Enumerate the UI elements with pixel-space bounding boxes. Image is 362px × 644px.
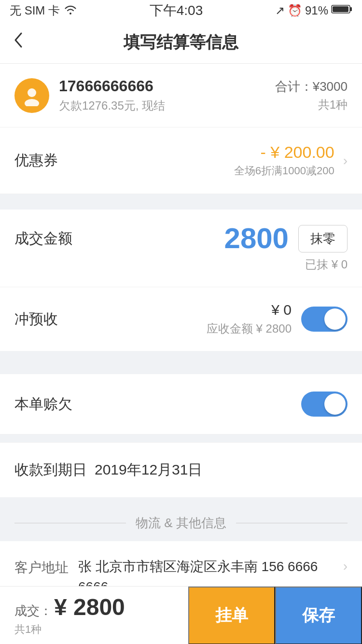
due-date-label: 收款到期日: [14, 460, 87, 480]
amount-row: 成交金额 2800 抹零: [14, 224, 348, 253]
round-button[interactable]: 抹零: [298, 225, 348, 252]
nav-bar: 填写结算等信息: [0, 21, 362, 64]
svg-point-4: [25, 99, 39, 106]
bottom-count: 共1种: [14, 622, 174, 637]
coupon-desc: 全场6折满1000减200: [234, 164, 334, 178]
status-bar-time: 下午4:03: [150, 1, 203, 20]
logistics-line-left: [14, 523, 126, 523]
customer-debt: 欠款1276.35元, 现结: [59, 98, 275, 113]
coupon-info: - ¥ 200.00 全场6折满1000减200: [234, 143, 334, 178]
status-bar: 无 SIM 卡 下午4:03 ↗ ⏰ 91%: [0, 0, 362, 21]
bottom-deal-label: 成交：: [14, 602, 52, 619]
due-date-row: 收款到期日 2019年12月31日: [14, 460, 348, 480]
due-date-value: 2019年12月31日: [95, 460, 202, 480]
avatar: [14, 78, 49, 113]
customer-section: 17666666666 欠款1276.35元, 现结 合计：¥3000 共1种 …: [0, 64, 362, 194]
amount-section: 成交金额 2800 抹零 已抹 ¥ 0 冲预收 ¥ 0 应收金额 ¥ 2800: [0, 210, 362, 351]
debt-toggle-knob: [324, 393, 346, 415]
bottom-bar: 成交： ¥ 2800 共1种 挂单 保存: [0, 586, 362, 644]
address-chevron-icon: ›: [343, 557, 348, 574]
debt-section: 本单赊欠: [0, 374, 362, 434]
pre-amount-sub: 应收金额 ¥ 2800: [207, 321, 292, 336]
wifi-icon: [64, 4, 77, 17]
amount-label: 成交金额: [14, 229, 72, 249]
logistics-text: 物流 & 其他信息: [136, 515, 226, 532]
coupon-discount: - ¥ 200.00: [234, 143, 334, 162]
customer-left: 17666666666 欠款1276.35元, 现结: [59, 77, 275, 113]
sim-status: 无 SIM 卡: [10, 3, 60, 18]
svg-rect-1: [350, 7, 352, 11]
coupon-chevron-icon: ›: [343, 153, 348, 168]
amount-sub: 已抹 ¥ 0: [14, 257, 348, 272]
amount-value: 2800: [224, 224, 289, 253]
status-bar-right: ↗ ⏰ 91%: [275, 4, 352, 17]
hang-button[interactable]: 挂单: [188, 587, 275, 644]
coupon-row[interactable]: 优惠券 - ¥ 200.00 全场6折满1000减200 ›: [0, 127, 362, 194]
debt-toggle[interactable]: [301, 392, 348, 417]
back-button[interactable]: [12, 29, 25, 55]
pre-receive-toggle[interactable]: [301, 307, 348, 332]
bottom-summary: 成交： ¥ 2800 共1种: [0, 594, 188, 637]
amount-row-container: 成交金额 2800 抹零 已抹 ¥ 0: [0, 210, 362, 287]
coupon-right: - ¥ 200.00 全场6折满1000减200 ›: [234, 143, 348, 178]
pre-receive-amount: ¥ 0 应收金额 ¥ 2800: [207, 302, 292, 336]
customer-right: 合计：¥3000 共1种: [275, 78, 348, 112]
pre-receive-section: 冲预收 ¥ 0 应收金额 ¥ 2800: [0, 287, 362, 351]
status-bar-left: 无 SIM 卡: [10, 3, 77, 18]
bottom-amount: ¥ 2800: [54, 594, 125, 620]
debt-label: 本单赊欠: [14, 394, 72, 414]
save-button[interactable]: 保存: [275, 587, 362, 644]
amount-right: 2800 抹零: [224, 224, 348, 253]
divider-1: [0, 202, 362, 210]
location-icon: ↗: [275, 4, 285, 17]
svg-rect-2: [333, 6, 348, 12]
pre-receive-right: ¥ 0 应收金额 ¥ 2800: [207, 302, 348, 336]
pre-amount-val: ¥ 0: [207, 302, 292, 318]
pre-receive-label: 冲预收: [14, 309, 58, 329]
svg-point-3: [28, 88, 36, 97]
total-label: 合计：¥3000: [275, 78, 348, 95]
address-label: 客户地址: [14, 557, 69, 577]
logistics-line-right: [236, 523, 348, 523]
battery-level: 91%: [305, 4, 328, 17]
battery-icon: [331, 4, 352, 17]
due-date-section: 收款到期日 2019年12月31日: [0, 442, 362, 497]
customer-info-row: 17666666666 欠款1276.35元, 现结 合计：¥3000 共1种: [0, 64, 362, 127]
customer-phone: 17666666666: [59, 77, 275, 95]
page-title: 填写结算等信息: [124, 31, 238, 54]
coupon-label: 优惠券: [14, 151, 58, 170]
alarm-icon: ⏰: [288, 4, 302, 17]
divider-2: [0, 359, 362, 366]
logistics-separator: 物流 & 其他信息: [0, 505, 362, 541]
total-count: 共1种: [275, 97, 348, 112]
pre-receive-row: 冲预收 ¥ 0 应收金额 ¥ 2800: [14, 302, 348, 336]
toggle-knob: [324, 308, 346, 330]
